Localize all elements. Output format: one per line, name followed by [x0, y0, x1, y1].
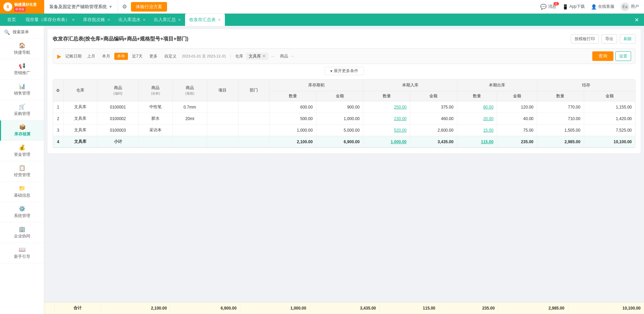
search-icon: 🔍 [4, 30, 10, 35]
col-settings-header: ⚙ [53, 80, 63, 101]
sidebar-item-guide[interactable]: 📖 新手引导 [0, 243, 44, 263]
sidebar-marketing-label: 营销推广 [14, 70, 30, 76]
product-label: 商品 [280, 53, 288, 59]
tab-inout-flow-close[interactable]: ✕ [143, 18, 146, 22]
tab-recv-send-summary-close[interactable]: ✕ [218, 18, 221, 22]
warehouse-dots[interactable]: ··· [271, 54, 275, 59]
subtotal-label: 小计 [97, 136, 139, 148]
footer-total-bar: 合计 2,100.00 6,900.00 1,000.00 3,435.00 1… [44, 302, 644, 314]
tab-inout-summary[interactable]: 出入库汇总 ✕ [150, 14, 185, 26]
warehouse-tag-close[interactable]: ✕ [262, 54, 266, 59]
row3-spec [172, 125, 207, 136]
col-in-qty-header: 数量 [363, 91, 410, 101]
tab-batch-label: 库存批次账 [83, 17, 105, 23]
tab-recv-send-summary[interactable]: 收发存汇总表 ✕ [185, 14, 225, 26]
system-dropdown-icon[interactable]: ▼ [109, 4, 113, 9]
message-badge: 6 [554, 2, 559, 5]
subtotal-in-qty[interactable]: 1,000.00 [363, 136, 410, 148]
row2-in-qty[interactable]: 230.00 [363, 113, 410, 125]
tab-stock-dist[interactable]: 现存量（库存分布表） ✕ [21, 14, 79, 26]
export-button[interactable]: 导出 [601, 34, 617, 44]
table-row: 3 文具库 0100003 采访本 1,000.00 5,000.00 520.… [53, 125, 635, 136]
row3-in-qty[interactable]: 520.00 [363, 125, 410, 136]
sidebar-item-sales[interactable]: 📊 销售管理 [0, 80, 44, 100]
sidebar-item-finance[interactable]: 💰 资金管理 [0, 141, 44, 161]
sidebar-item-inventory[interactable]: 📦 库存核算 [0, 120, 44, 141]
col-ending-header: 结存 [537, 80, 635, 91]
tab-inout-flow-label: 出入库流水 [118, 17, 141, 23]
sidebar: 🔍 搜索菜单 🏠 快捷导航 📢 营销推广 📊 销售管理 🛒 采购管理 📦 库存核… [0, 26, 44, 314]
warehouse-tag-value: 文具库 [249, 53, 261, 59]
online-service-item[interactable]: 👤 在线客服 [591, 4, 614, 10]
row1-open-qty: 600.00 [269, 101, 316, 113]
sidebar-finance-label: 资金管理 [14, 152, 30, 158]
row3-out-qty[interactable]: 15.00 [457, 125, 497, 136]
row1-open-amt: 900.00 [316, 101, 363, 113]
filter-expand-arrow[interactable]: ▶ [57, 53, 61, 60]
query-button[interactable]: 查询 [592, 51, 613, 61]
app-download-item[interactable]: 📱 App下载 [562, 4, 585, 10]
system-title: 装备及固定资产辅助管理系统 [49, 4, 107, 10]
date-btn-last-month[interactable]: 上月 [84, 53, 98, 60]
row3-no: 3 [53, 125, 63, 136]
row1-end-amt: 1,155.00 [584, 101, 635, 113]
total-open-amt: 6,900.00 [170, 302, 240, 314]
print-button[interactable]: 按模板打印 [571, 34, 599, 44]
sidebar-item-purchase[interactable]: 🛒 采购管理 [0, 100, 44, 120]
row2-end-qty: 710.00 [537, 113, 584, 125]
settings-button[interactable]: 设置 [615, 51, 631, 61]
sidebar-item-system[interactable]: ⚙️ 系统管理 [0, 202, 44, 222]
expand-conditions-button[interactable]: ▾ 展开更多条件 [325, 67, 364, 75]
page-title: 收发存汇总表(按仓库+商品编码+商品+规格型号+项目+部门) [53, 36, 188, 42]
try-solution-button[interactable]: 体验行业方案 [131, 2, 167, 12]
tab-batch[interactable]: 库存批次账 ✕ [79, 14, 114, 26]
sidebar-item-search[interactable]: 🔍 搜索菜单 [0, 26, 44, 39]
sidebar-item-base-info[interactable]: 📁 基础信息 [0, 182, 44, 202]
app-download-icon: 📱 [562, 4, 568, 10]
sidebar-enterprise-label: 企业协同 [14, 233, 30, 239]
total-end-amt: 10,100.00 [568, 302, 644, 314]
total-end-qty: 2,985.00 [498, 302, 568, 314]
date-btn-this-month[interactable]: 本月 [99, 53, 113, 60]
page-card: 收发存汇总表(按仓库+商品编码+商品+规格型号+项目+部门) 按模板打印 导出 … [48, 29, 641, 153]
total-label: 合计 [54, 302, 101, 314]
tab-batch-close[interactable]: ✕ [107, 18, 110, 22]
quick-nav-icon: 🏠 [19, 42, 26, 49]
tab-inout-flow[interactable]: 出入库流水 ✕ [114, 14, 150, 26]
date-btn-this-year[interactable]: 本年 [114, 53, 128, 60]
row1-in-qty[interactable]: 250.00 [363, 101, 410, 113]
subtotal-open-qty: 2,100.00 [269, 136, 316, 148]
user-label: 用户 [631, 4, 639, 10]
subtotal-out-amt: 235.00 [497, 136, 537, 148]
tab-stock-dist-close[interactable]: ✕ [72, 18, 75, 22]
filter-row: ▶ 记账日期 上月 本月 本年 近7天 更多 自定义 2023-01-01 至 … [53, 48, 635, 64]
refresh-button[interactable]: 刷新 [620, 34, 635, 44]
table-settings-icon[interactable]: ⚙ [56, 88, 60, 93]
sidebar-item-enterprise[interactable]: 🏢 企业协同 [0, 222, 44, 243]
row3-open-amt: 5,000.00 [316, 125, 363, 136]
user-area[interactable]: Ea 用户 [621, 2, 639, 11]
row1-out-qty[interactable]: 80.00 [457, 101, 497, 113]
tab-recv-send-summary-label: 收发存汇总表 [189, 17, 216, 23]
sidebar-item-marketing[interactable]: 📢 营销推广 [0, 59, 44, 80]
subtotal-out-qty[interactable]: 115.00 [457, 136, 497, 148]
message-item[interactable]: 💬 6 消息 [540, 4, 556, 10]
tab-home[interactable]: 首页 [2, 14, 21, 26]
sidebar-search-label: 搜索菜单 [13, 29, 29, 35]
date-range-display: 2023-01-01 至 2023-12-31 [182, 54, 226, 59]
date-btn-7days[interactable]: 近7天 [129, 53, 145, 60]
sidebar-item-operations[interactable]: 📋 经营管理 [0, 161, 44, 182]
subtotal-no: 4 [53, 136, 63, 148]
tab-bar-close[interactable]: ✕ [631, 17, 642, 23]
sidebar-item-quick-nav[interactable]: 🏠 快捷导航 [0, 39, 44, 59]
settings-icon-header[interactable]: ⚙ [118, 3, 131, 10]
date-btn-custom[interactable]: 自定义 [162, 53, 179, 60]
date-btn-more[interactable]: 更多 [147, 53, 160, 60]
enterprise-icon: 🏢 [19, 226, 26, 232]
sidebar-quick-nav-label: 快捷导航 [14, 50, 30, 55]
row2-out-qty[interactable]: 20.00 [457, 113, 497, 125]
tab-inout-summary-close[interactable]: ✕ [178, 18, 181, 22]
col-product-spec-header: 商品(规格) [172, 80, 207, 101]
product-dots[interactable]: ··· [291, 54, 294, 59]
row1-project [207, 101, 238, 113]
